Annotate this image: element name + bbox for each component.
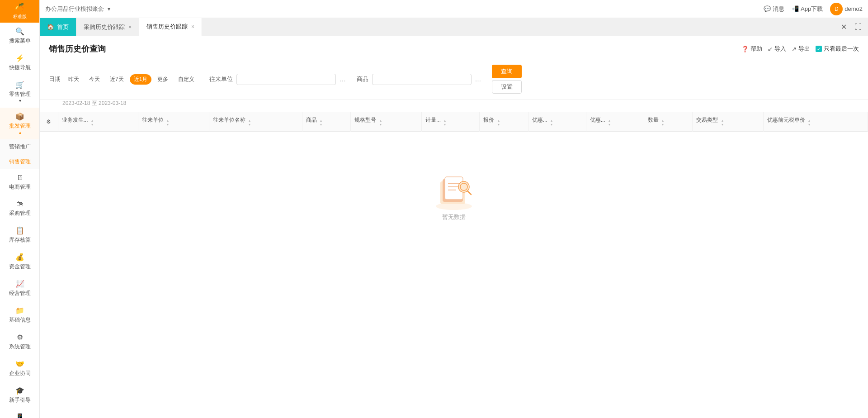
sidebar-item-finance[interactable]: 💰 资金管理 [0,248,40,275]
app-center-icon: 📱 [15,413,24,418]
user-name: demo2 [844,5,863,12]
sidebar-item-purchase[interactable]: 🛍 采购管理 [0,195,40,222]
sidebar-item-wholesale[interactable]: 📦 批发管理 ▴ [0,108,40,139]
user-menu[interactable]: D demo2 [830,3,863,15]
col-discount2-label: 优惠... [590,117,605,123]
goods-filter-label: 商品 [357,75,368,83]
sidebar-item-label: 经营管理 [9,290,31,297]
close-purchase-tab-button[interactable]: × [128,24,132,30]
tab-sales-history-label: 销售历史价跟踪 [146,23,188,31]
sidebar-item-label: 企业协同 [9,370,31,377]
goods-input[interactable] [372,74,472,85]
col-unit[interactable]: 计量... ▴▾ [422,112,480,132]
export-icon: ↗ [792,46,797,52]
close-all-tabs-button[interactable]: ✕ [837,21,850,33]
chevron-up-icon: ▴ [19,130,21,135]
tab-home[interactable]: 🏠 首页 [40,18,76,36]
sidebar-item-basic-info[interactable]: 📁 基础信息 [0,302,40,328]
svg-line-8 [467,191,471,195]
export-button[interactable]: ↗ 导出 [792,45,810,53]
topbar: 办公用品行业模拟账套 ▾ 💬 消息 📲 App下载 D demo2 [40,0,868,18]
topbar-right: 💬 消息 📲 App下载 D demo2 [764,3,863,15]
topbar-dropdown[interactable]: ▾ [108,6,110,12]
col-no-tax-price[interactable]: 优惠前无税单价 ▴▾ [764,112,868,132]
only-last-checkbox[interactable] [816,46,822,52]
help-button[interactable]: ❓ 帮助 [741,45,762,53]
sidebar-item-label: 零售管理 [9,90,31,98]
date-btn-7days[interactable]: 近7天 [106,74,128,85]
sidebar-item-inventory[interactable]: 📋 库存核算 [0,222,40,248]
date-btn-1month[interactable]: 近1月 [130,74,152,85]
sidebar-item-label: 库存核算 [9,236,31,244]
table-header: ⚙ 业务发生... ▴▾ 往来单位 ▴▾ 往来单位名称 ▴▾ [40,112,868,132]
sidebar-item-app-center[interactable]: 📱 应用中心 [0,408,40,418]
page-header-actions: ❓ 帮助 ↙ 导入 ↗ 导出 只看最后一次 [741,45,859,53]
page-title: 销售历史价查询 [49,43,106,54]
sort-icons: ▴▾ [380,119,382,127]
date-btn-today[interactable]: 今天 [85,74,104,85]
col-quote-label: 报价 [483,117,494,123]
goods-picker-button[interactable]: ... [475,75,481,83]
col-trade-type[interactable]: 交易类型 ▴▾ [693,112,764,132]
col-no-tax-price-label: 优惠前无税单价 [767,117,805,123]
col-spec[interactable]: 规格型号 ▴▾ [351,112,422,132]
maximize-button[interactable]: ⛶ [852,21,864,33]
sidebar-item-shortcut[interactable]: ⚡ 快捷导航 [0,49,40,76]
partner-input[interactable] [236,74,336,85]
setting-button[interactable]: 设置 [492,80,522,94]
sidebar: 🍊 标准版 🔍 搜索菜单 ⚡ 快捷导航 🛒 零售管理 ▾ 📦 批发管理 ▴ 营销… [0,0,40,418]
col-quote[interactable]: 报价 ▴▾ [480,112,528,132]
sort-icons: ▴▾ [167,119,169,127]
date-btn-custom[interactable]: 自定义 [174,74,198,85]
col-biz-date[interactable]: 业务发生... ▴▾ [58,112,138,132]
sidebar-item-corp-agreement[interactable]: 🤝 企业协同 [0,355,40,382]
partner-filter-label: 往来单位 [209,75,233,83]
col-goods[interactable]: 商品 ▴▾ [302,112,351,132]
settings-icon[interactable]: ⚙ [46,119,51,125]
chevron-down-icon: ▾ [19,98,21,103]
col-partner-name[interactable]: 往来单位名称 ▴▾ [209,112,302,132]
sidebar-item-label: 电商管理 [9,183,31,191]
export-label: 导出 [798,45,810,53]
empty-illustration [427,168,481,213]
col-partner-code-label: 往来单位 [142,117,164,123]
date-btn-more[interactable]: 更多 [153,74,172,85]
col-spec-label: 规格型号 [354,117,376,123]
partner-picker-button[interactable]: ... [340,75,345,83]
date-range-text: 2023-02-18 至 2023-03-18 [62,100,126,107]
tab-purchase-history[interactable]: 采购历史价跟踪 × [76,18,139,36]
sidebar-item-guide[interactable]: 🎓 新手引导 [0,382,40,408]
sidebar-item-retail[interactable]: 🛒 零售管理 ▾ [0,76,40,108]
only-last-label: 只看最后一次 [824,45,859,53]
sidebar-item-marketing[interactable]: 营销推广 [0,139,40,154]
sort-icons: ▴▾ [722,119,723,127]
message-button[interactable]: 💬 消息 [764,5,784,13]
query-button[interactable]: 查询 [492,65,522,78]
corp-agreement-icon: 🤝 [15,360,24,368]
sidebar-item-search[interactable]: 🔍 搜索菜单 [0,23,40,49]
settings-col-header[interactable]: ⚙ [40,112,58,132]
col-discount1[interactable]: 优惠... ▴▾ [528,112,586,132]
filter-bar: 日期 昨天 今天 近7天 近1月 更多 自定义 往来单位 ... 商品 ... [40,59,868,100]
date-btn-yesterday[interactable]: 昨天 [64,74,83,85]
finance-icon: 💰 [15,253,24,261]
tabs-bar: 🏠 首页 采购历史价跟踪 × 销售历史价跟踪 × ✕ ⛶ [40,18,868,36]
tab-sales-history[interactable]: 销售历史价跟踪 × [139,18,202,36]
sidebar-item-sales-mgmt[interactable]: 销售管理 [0,154,40,169]
sidebar-item-operations[interactable]: 📈 经营管理 [0,275,40,302]
sidebar-item-ecommerce[interactable]: 🖥 电商管理 [0,169,40,195]
help-icon: ❓ [741,46,749,52]
app-download-button[interactable]: 📲 App下载 [792,5,823,13]
date-range-row: 2023-02-18 至 2023-03-18 [40,100,868,112]
only-last-checkbox-wrapper[interactable]: 只看最后一次 [816,45,859,53]
col-discount2[interactable]: 优惠... ▴▾ [586,112,644,132]
col-partner-code[interactable]: 往来单位 ▴▾ [138,112,209,132]
sort-icons: ▴▾ [91,119,93,127]
page-content: 销售历史价查询 ❓ 帮助 ↙ 导入 ↗ 导出 只看最后一次 [40,36,868,418]
empty-text: 暂无数据 [442,213,466,221]
col-biz-date-label: 业务发生... [62,117,88,123]
sidebar-item-sys-mgmt[interactable]: ⚙ 系统管理 [0,328,40,355]
import-button[interactable]: ↙ 导入 [768,45,786,53]
close-sales-tab-button[interactable]: × [191,24,194,30]
col-quantity[interactable]: 数量 ▴▾ [644,112,693,132]
